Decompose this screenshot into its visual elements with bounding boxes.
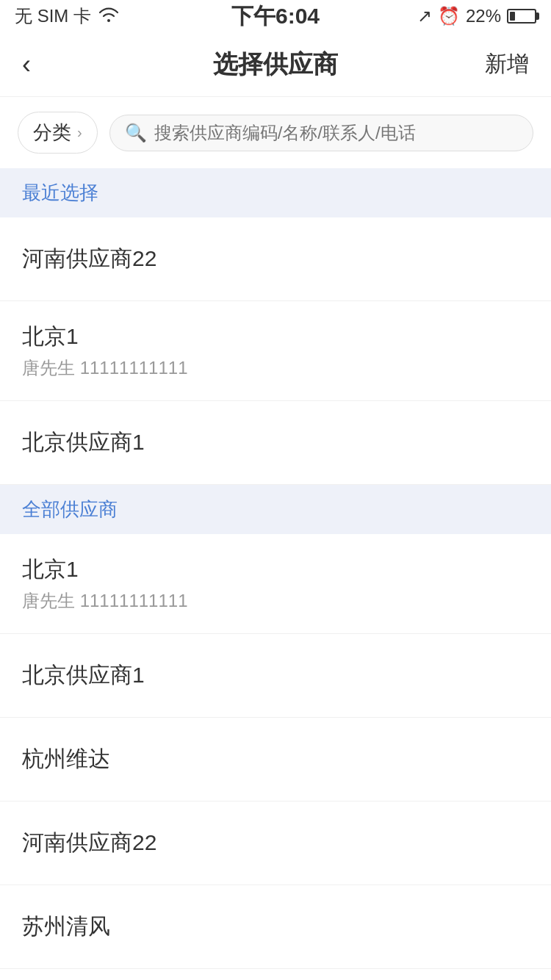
category-button[interactable]: 分类 › bbox=[18, 112, 98, 154]
back-button[interactable]: ‹ bbox=[22, 49, 66, 80]
status-right: ↗ ⏰ 22% bbox=[417, 6, 536, 26]
list-item[interactable]: 河南供应商22 bbox=[0, 217, 551, 301]
filter-bar: 分类 › 🔍 bbox=[0, 97, 551, 168]
item-name: 北京1 bbox=[22, 322, 529, 352]
search-icon: 🔍 bbox=[125, 123, 147, 143]
item-sub: 唐先生 11111111111 bbox=[22, 589, 529, 613]
status-time: 下午6:04 bbox=[231, 1, 320, 32]
page-title: 选择供应商 bbox=[213, 48, 338, 82]
item-name: 北京供应商1 bbox=[22, 428, 529, 458]
all-items-list: 北京1唐先生 11111111111北京供应商1杭州维达河南供应商22苏州清风 bbox=[0, 534, 551, 969]
alarm-icon: ⏰ bbox=[438, 6, 460, 26]
search-box[interactable]: 🔍 bbox=[109, 115, 533, 151]
carrier-text: 无 SIM 卡 bbox=[15, 4, 91, 28]
all-section-header: 全部供应商 bbox=[0, 485, 551, 534]
recent-section-label: 最近选择 bbox=[22, 181, 98, 203]
battery-percent: 22% bbox=[466, 6, 501, 26]
battery-indicator bbox=[507, 9, 536, 24]
list-item[interactable]: 北京1唐先生 11111111111 bbox=[0, 301, 551, 401]
list-item[interactable]: 河南供应商22 bbox=[0, 801, 551, 885]
list-item[interactable]: 苏州清风 bbox=[0, 885, 551, 969]
status-bar: 无 SIM 卡 下午6:04 ↗ ⏰ 22% bbox=[0, 0, 551, 32]
search-input[interactable] bbox=[154, 123, 518, 143]
nav-bar: ‹ 选择供应商 新增 bbox=[0, 32, 551, 97]
chevron-right-icon: › bbox=[77, 124, 82, 141]
item-name: 北京1 bbox=[22, 555, 529, 585]
recent-items-list: 河南供应商22北京1唐先生 11111111111北京供应商1 bbox=[0, 217, 551, 485]
location-icon: ↗ bbox=[417, 6, 432, 26]
item-name: 河南供应商22 bbox=[22, 828, 529, 858]
wifi-icon bbox=[98, 6, 119, 26]
status-carrier: 无 SIM 卡 bbox=[15, 4, 119, 28]
list-item[interactable]: 北京1唐先生 11111111111 bbox=[0, 534, 551, 634]
item-name: 杭州维达 bbox=[22, 744, 529, 774]
item-name: 苏州清风 bbox=[22, 912, 529, 942]
category-label: 分类 bbox=[33, 120, 71, 145]
list-item[interactable]: 北京供应商1 bbox=[0, 401, 551, 485]
all-section-label: 全部供应商 bbox=[22, 498, 118, 520]
add-button[interactable]: 新增 bbox=[485, 49, 529, 79]
list-item[interactable]: 杭州维达 bbox=[0, 718, 551, 801]
list-item[interactable]: 北京供应商1 bbox=[0, 634, 551, 718]
item-sub: 唐先生 11111111111 bbox=[22, 356, 529, 380]
item-name: 北京供应商1 bbox=[22, 660, 529, 691]
recent-section-header: 最近选择 bbox=[0, 168, 551, 217]
item-name: 河南供应商22 bbox=[22, 244, 529, 274]
